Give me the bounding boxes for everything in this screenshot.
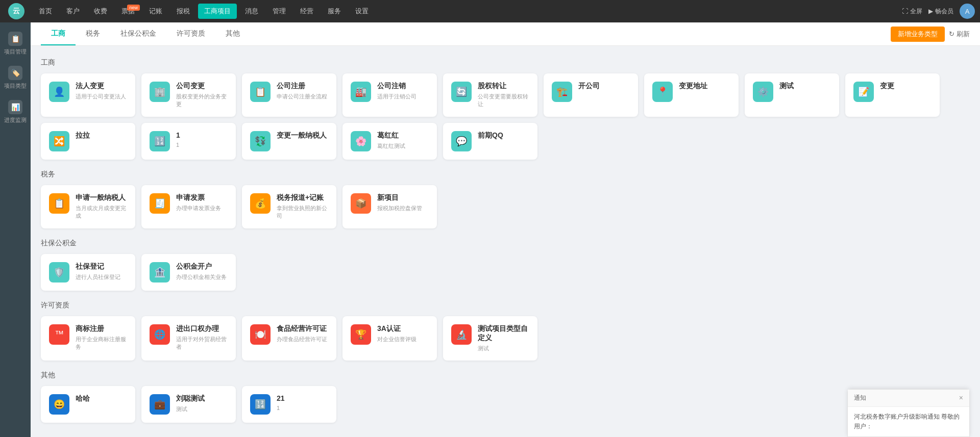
cards-grid-qita: 😄 哈哈 💼 刘聪测试 测试 🔢 21 1 xyxy=(41,386,970,423)
card-icon: 👤 xyxy=(49,82,69,102)
nav-gongshang[interactable]: 工商项目 xyxy=(198,4,237,19)
card-biangeng-dizhi[interactable]: 📍 变更地址 xyxy=(644,73,739,117)
card-icon: 🔢 xyxy=(250,394,271,415)
card-title: 变更地址 xyxy=(679,82,707,91)
card-title: 税务报道+记账 xyxy=(277,193,328,202)
nav-ticket[interactable]: 票据 new xyxy=(115,4,141,19)
sidebar-item-progress[interactable]: 📊 进度监测 xyxy=(2,96,29,128)
card-shangbiao-zhuce[interactable]: ™ 商标注册 用于企业商标注册服务 xyxy=(41,316,135,361)
card-icon: 🌸 xyxy=(351,131,371,151)
cards-grid-shuiwu: 📋 申请一般纳税人 当月或次月成变更完成 🧾 申请发票 办理申请发票业务 💰 税… xyxy=(41,185,970,228)
nav-settings[interactable]: 设置 xyxy=(349,4,375,19)
card-shipin-xuke[interactable]: 🍽️ 食品经营许可证 办理食品经营许可证 xyxy=(242,316,336,361)
card-desc: 用于企业商标注册服务 xyxy=(76,336,127,351)
card-title: 拉拉 xyxy=(76,131,90,140)
card-gehonghong[interactable]: 🌸 葛红红 葛红红测试 xyxy=(342,123,437,160)
nav-fee[interactable]: 收费 xyxy=(88,4,113,19)
tab-bar: 工商 税务 社保公积金 许可资质 其他 新增业务类型 ↻ 刷新 xyxy=(31,22,980,46)
sidebar-item-project-type[interactable]: 🏷️ 项目类型 xyxy=(2,62,29,94)
card-title: 刘聪测试 xyxy=(176,394,205,403)
card-desc: 测试 xyxy=(176,405,205,413)
card-icon: 💼 xyxy=(150,394,170,415)
card-title: 1 xyxy=(176,131,180,139)
card-jinchukouquan[interactable]: 🌐 进出口权办理 适用于对外贸易经营者 xyxy=(141,316,236,361)
card-icon: 🔄 xyxy=(451,82,472,102)
tab-shuiwu[interactable]: 税务 xyxy=(76,23,110,45)
card-icon: 📍 xyxy=(652,82,673,102)
top-nav: 云 首页 客户 收费 票据 new 记账 报税 工商项目 消息 管理 经营 服务… xyxy=(0,0,980,22)
card-icon: 🏦 xyxy=(150,262,170,282)
fullscreen-label: 全屏 xyxy=(910,7,922,16)
new-type-button[interactable]: 新增业务类型 xyxy=(891,27,945,42)
member-button[interactable]: ▶ 畅会员 xyxy=(928,7,953,16)
section-title-xuke: 许可资质 xyxy=(41,301,970,310)
card-icon: 🛡️ xyxy=(49,262,69,282)
card-liucong-ceshi[interactable]: 💼 刘聪测试 测试 xyxy=(141,386,236,423)
tab-xuke[interactable]: 许可资质 xyxy=(166,23,215,45)
card-haha[interactable]: 😄 哈哈 xyxy=(41,386,135,423)
card-ceshi1[interactable]: ⚙️ 测试 xyxy=(745,73,839,117)
card-icon: ™ xyxy=(49,324,69,345)
card-desc: 对企业信誉评级 xyxy=(377,336,416,343)
card-desc: 公司变更需要股权转让 xyxy=(478,93,529,109)
card-title: 食品经营许可证 xyxy=(277,324,327,333)
progress-icon: 📊 xyxy=(8,100,22,114)
member-icon: ▶ xyxy=(928,8,933,15)
nav-home[interactable]: 首页 xyxy=(33,4,58,19)
card-qianqi-qq[interactable]: 💬 前期QQ xyxy=(443,123,537,160)
fullscreen-button[interactable]: ⛶ 全屏 xyxy=(902,7,922,16)
card-gongjijin-kaihu[interactable]: 🏦 公积金开户 办理公积金相关业务 xyxy=(141,254,236,291)
card-21[interactable]: 🔢 21 1 xyxy=(242,386,336,423)
card-shuiwu-baodao[interactable]: 💰 税务报道+记账 拿到营业执照的新公司 xyxy=(242,185,336,228)
cards-grid-gongshang: 👤 法人变更 适用于公司变更法人 🏢 公司变更 股权变更外的业务变更 📋 公司注… xyxy=(41,73,970,160)
tab-qita[interactable]: 其他 xyxy=(215,23,250,45)
avatar[interactable]: A xyxy=(960,4,975,19)
card-guquan-zhuanrang[interactable]: 🔄 股权转让 公司变更需要股权转让 xyxy=(443,73,537,117)
notification-header: 通知 × xyxy=(848,390,969,407)
card-biangeng-nashui[interactable]: 💱 变更一般纳税人 xyxy=(242,123,336,160)
refresh-button[interactable]: ↻ 刷新 xyxy=(949,30,970,39)
card-biangeng2[interactable]: 📝 变更 xyxy=(845,73,940,117)
sidebar-item-project-manage[interactable]: 📋 项目管理 xyxy=(2,28,29,60)
tab-shebao[interactable]: 社保公积金 xyxy=(110,23,166,45)
tab-gongshang[interactable]: 工商 xyxy=(41,23,76,45)
nav-tax[interactable]: 报税 xyxy=(170,4,196,19)
card-title: 申请一般纳税人 xyxy=(76,193,127,202)
card-shenqing-nashui[interactable]: 📋 申请一般纳税人 当月或次月成变更完成 xyxy=(41,185,135,228)
card-title: 测试项目类型自定义 xyxy=(478,324,529,343)
card-ceshi-zidingyi[interactable]: 🔬 测试项目类型自定义 测试 xyxy=(443,316,537,361)
nav-bookkeeping[interactable]: 记账 xyxy=(143,4,168,19)
card-lala[interactable]: 🔀 拉拉 xyxy=(41,123,135,160)
nav-manage[interactable]: 管理 xyxy=(266,4,292,19)
card-fazhen-biangeng[interactable]: 👤 法人变更 适用于公司变更法人 xyxy=(41,73,135,117)
card-gongsi-zhuce[interactable]: 📋 公司注册 申请公司注册全流程 xyxy=(242,73,336,117)
sidebar-item-label: 项目管理 xyxy=(4,48,27,56)
section-title-shuiwu: 税务 xyxy=(41,170,970,179)
nav-client[interactable]: 客户 xyxy=(60,4,86,19)
section-title-shebao: 社保公积金 xyxy=(41,239,970,248)
card-title: 葛红红 xyxy=(377,131,405,140)
card-icon: 💱 xyxy=(250,131,271,151)
notification-close-button[interactable]: × xyxy=(959,394,963,402)
card-desc: 1 xyxy=(277,404,285,412)
card-desc: 报税加税控盘保管 xyxy=(377,204,422,212)
notification-panel: 通知 × 河北税务数字账户升级影响通知 尊敬的用户： xyxy=(847,389,970,437)
card-gongsi-biangeng[interactable]: 🏢 公司变更 股权变更外的业务变更 xyxy=(141,73,236,117)
nav-message[interactable]: 消息 xyxy=(239,4,264,19)
nav-service[interactable]: 服务 xyxy=(322,4,347,19)
card-icon: 😄 xyxy=(49,394,69,415)
card-1[interactable]: 🔢 1 1 xyxy=(141,123,236,160)
card-icon: 🍽️ xyxy=(250,324,271,345)
nav-operate[interactable]: 经营 xyxy=(294,4,320,19)
refresh-icon: ↻ xyxy=(949,30,954,38)
card-xin-xiangmu[interactable]: 📦 新项目 报税加税控盘保管 xyxy=(342,185,437,228)
card-kai-gongsi[interactable]: 🏗️ 开公司 xyxy=(544,73,638,117)
card-3a-renzheng[interactable]: 🏆 3A认证 对企业信誉评级 xyxy=(342,316,437,361)
card-gongsi-zhuxiao[interactable]: 🏭 公司注销 适用于注销公司 xyxy=(342,73,437,117)
card-title: 前期QQ xyxy=(478,131,503,140)
card-title: 进出口权办理 xyxy=(176,324,228,333)
project-type-icon: 🏷️ xyxy=(8,66,22,80)
card-shenqing-fapiao[interactable]: 🧾 申请发票 办理申请发票业务 xyxy=(141,185,236,228)
card-icon: 🏆 xyxy=(351,324,371,345)
card-shebao-dengji[interactable]: 🛡️ 社保登记 进行人员社保登记 xyxy=(41,254,135,291)
